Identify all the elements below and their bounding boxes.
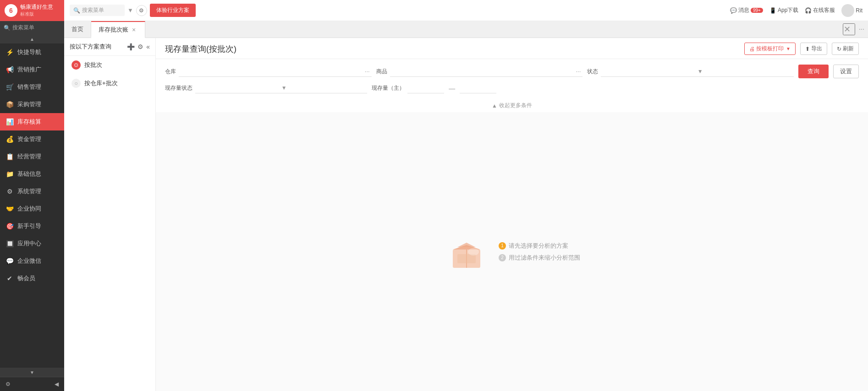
sidebar-item-members[interactable]: ✔ 畅会员 <box>0 270 64 287</box>
sidebar-item-operations[interactable]: 📋 经营管理 <box>0 148 64 165</box>
stock-status-select[interactable]: ▼ <box>195 83 367 93</box>
stock-status-arrow: ▼ <box>281 85 365 91</box>
inventory-icon: 📊 <box>5 118 14 126</box>
stock-qty-to-input[interactable] <box>460 83 496 93</box>
experience-btn[interactable]: 体验行业方案 <box>150 4 196 17</box>
sidebar-item-purchase[interactable]: 📦 采购管理 <box>0 96 64 113</box>
app-logo: 6 <box>5 4 17 17</box>
scroll-down-arrow[interactable]: ▼ <box>0 368 64 377</box>
scroll-up-arrow[interactable]: ▲ <box>0 34 64 43</box>
quick-nav-icon: ⚡ <box>5 48 14 56</box>
wechat-icon: 💬 <box>5 257 14 265</box>
topbar-search-label: 搜索菜单 <box>82 6 104 14</box>
tab-inventory-batch-label: 库存批次账 <box>99 26 128 34</box>
right-panel: 现存量查询(按批次) 🖨 按模板打印 ▼ ⬆ 导出 ↻ <box>156 38 868 391</box>
warehouse-input[interactable] <box>179 66 363 76</box>
close-panel-btn[interactable]: ✕ <box>843 23 855 35</box>
empty-hint-2: 2 用过滤条件来缩小分析范围 <box>499 254 580 262</box>
sidebar-item-finance[interactable]: 💰 资金管理 <box>0 130 64 148</box>
user-avatar <box>841 4 854 17</box>
tab-home[interactable]: 首页 <box>64 22 91 37</box>
topbar-dropdown-arrow[interactable]: ▼ <box>127 7 133 14</box>
sidebar-item-appstore[interactable]: 🔲 应用中心 <box>0 235 64 252</box>
scheme-query-label: 按以下方案查询 <box>70 43 111 51</box>
newbie-icon: 🎯 <box>5 222 14 230</box>
settings-footer-icon[interactable]: ⚙ <box>5 381 11 387</box>
sidebar-item-label: 应用中心 <box>17 239 41 248</box>
sidebar-item-system[interactable]: ⚙ 系统管理 <box>0 183 64 200</box>
sidebar-item-label: 企业协同 <box>17 205 41 213</box>
sidebar-item-wechat[interactable]: 💬 企业微信 <box>0 252 64 270</box>
product-more-icon[interactable]: ··· <box>574 68 583 75</box>
export-btn[interactable]: ⬆ 导出 <box>800 43 827 55</box>
filter-row-2: 现存量状态 ▼ 现存量（主） — <box>165 83 859 93</box>
stock-qty-filter: 现存量（主） — <box>372 83 574 93</box>
hint1-text: 请先选择要分析的方案 <box>509 242 568 250</box>
phone-icon: 📱 <box>769 7 776 14</box>
online-service-btn[interactable]: 🎧 在线客服 <box>805 6 835 14</box>
collapse-filters-btn[interactable]: ▲ 收起更多条件 <box>156 99 868 112</box>
refresh-icon: ↻ <box>837 46 841 52</box>
tab-close-button[interactable]: × <box>130 27 137 33</box>
empty-state-icon <box>444 229 489 275</box>
filter-area: 仓库 ··· 商品 ··· <box>156 59 868 99</box>
sidebar-item-newbie[interactable]: 🎯 新手引导 <box>0 217 64 235</box>
tab-inventory-batch[interactable]: 库存批次账 × <box>91 21 145 38</box>
print-dropdown-arrow[interactable]: ▼ <box>786 46 791 51</box>
scheme-label: 按仓库+批次 <box>84 79 118 87</box>
status-dropdown-arrow: ▼ <box>698 68 791 75</box>
headset-icon: 🎧 <box>805 7 812 14</box>
add-scheme-icon[interactable]: ➕ <box>127 43 135 50</box>
collapse-arrow-icon: ▲ <box>492 103 497 109</box>
sidebar-search[interactable]: 🔍 搜索菜单 <box>0 21 64 34</box>
sidebar-item-quick-nav[interactable]: ⚡ 快捷导航 <box>0 43 64 61</box>
product-label: 商品 <box>376 68 387 76</box>
status-select[interactable]: ▼ <box>601 66 794 77</box>
sidebar-item-label: 资金管理 <box>17 135 41 143</box>
sidebar: 6 畅康通好生意 标准版 🔍 搜索菜单 ▲ ⚡ 快捷导航 📢 营销推广 🛒 销售… <box>0 0 64 391</box>
sidebar-footer: ⚙ ◀ <box>0 377 64 391</box>
stock-status-label: 现存量状态 <box>165 84 192 92</box>
scheme-item-by-warehouse-batch[interactable]: ○ 按仓库+批次 <box>64 74 155 92</box>
collapse-left-icon[interactable]: « <box>146 43 150 50</box>
messages-btn[interactable]: 💬 消息 99+ <box>730 6 763 14</box>
members-icon: ✔ <box>5 274 14 282</box>
refresh-btn[interactable]: ↻ 刷新 <box>832 43 859 55</box>
svg-point-3 <box>468 248 479 255</box>
scheme-settings-icon[interactable]: ⚙ <box>137 43 143 50</box>
sidebar-item-marketing[interactable]: 📢 营销推广 <box>0 61 64 78</box>
user-menu[interactable]: Rit <box>841 4 863 17</box>
print-btn[interactable]: 🖨 按模板打印 ▼ <box>744 43 796 55</box>
product-input[interactable] <box>390 66 574 76</box>
page-title: 现存量查询(按批次) <box>165 43 236 54</box>
product-filter: 商品 ··· <box>376 66 583 77</box>
scheme-label: 按批次 <box>84 61 102 69</box>
topbar-search[interactable]: 🔍 搜索菜单 <box>70 5 125 16</box>
sidebar-item-basic[interactable]: 📁 基础信息 <box>0 165 64 183</box>
filter-row-1: 仓库 ··· 商品 ··· <box>165 65 859 78</box>
content-area: 按以下方案查询 ➕ ⚙ « ⊙ 按批次 ○ 按仓库+批次 <box>64 38 868 391</box>
scheme-active-icon: ⊙ <box>71 60 81 70</box>
left-panel-header: 按以下方案查询 ➕ ⚙ « <box>64 38 155 56</box>
sidebar-item-enterprise[interactable]: 🤝 企业协同 <box>0 200 64 217</box>
collapse-sidebar-icon[interactable]: ◀ <box>55 381 59 387</box>
search-icon: 🔍 <box>4 25 11 31</box>
product-input-wrap: ··· <box>390 66 583 77</box>
collapse-label: 收起更多条件 <box>499 102 532 109</box>
filter-settings-btn[interactable]: 设置 <box>833 65 859 78</box>
sidebar-item-label: 营销推广 <box>17 65 41 74</box>
sidebar-item-label: 企业微信 <box>17 257 41 265</box>
scheme-item-by-batch[interactable]: ⊙ 按批次 <box>64 56 155 74</box>
expand-icon[interactable]: ⋯ <box>859 26 864 33</box>
sidebar-item-inventory[interactable]: 📊 库存核算 <box>0 113 64 130</box>
sales-icon: 🛒 <box>5 83 14 91</box>
warehouse-more-icon[interactable]: ··· <box>363 68 372 75</box>
app-download-btn[interactable]: 📱 App下载 <box>769 6 798 14</box>
topbar-settings-icon[interactable]: ⚙ <box>136 5 147 16</box>
tabs-bar: 首页 库存批次账 × ✕ ⋯ <box>64 21 868 38</box>
stock-qty-from-input[interactable] <box>407 83 444 93</box>
query-btn[interactable]: 查询 <box>798 65 829 78</box>
online-service-label: 在线客服 <box>813 6 835 14</box>
sidebar-item-sales[interactable]: 🛒 销售管理 <box>0 78 64 96</box>
stock-status-filter: 现存量状态 ▼ <box>165 83 367 93</box>
